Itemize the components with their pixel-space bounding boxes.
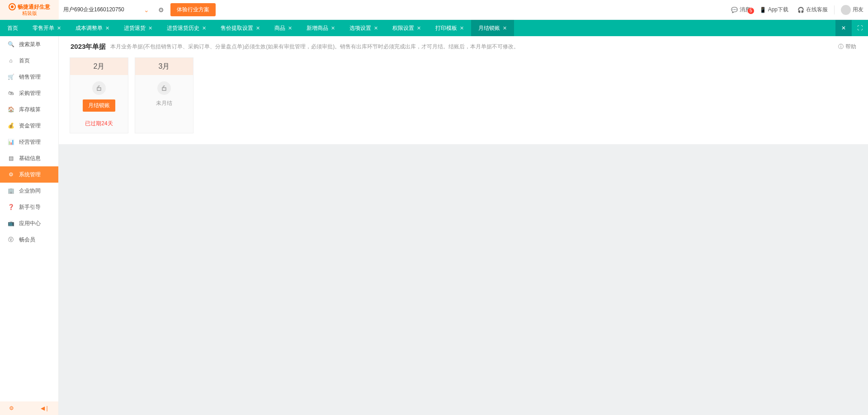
help-link[interactable]: ⓘ 帮助 [838, 43, 856, 51]
sidebar-item-label: 基础信息 [19, 155, 41, 162]
sidebar-item-guide[interactable]: ❓新手引导 [0, 199, 58, 215]
sidebar-item-system[interactable]: ⚙系统管理 [0, 166, 58, 183]
page-description: 本月业务单据(不包括销售订单、采购订单、分量盘点单)必须生效(如果有审批管理，必… [110, 43, 519, 51]
brand-logo: 畅捷通好生意 精裝版 [0, 0, 59, 20]
tab-11[interactable]: 月结锁账✕ [471, 20, 514, 36]
brand-icon [9, 3, 16, 10]
tab-label: 售价提取设置 [221, 24, 253, 32]
sidebar-item-money[interactable]: 💰资金管理 [0, 118, 58, 134]
brand-edition: 精裝版 [22, 10, 37, 17]
app-download-label: App下载 [768, 6, 788, 14]
tab-9[interactable]: 权限设置✕ [385, 20, 428, 36]
tabs-close-all-button[interactable]: ✕ [835, 20, 852, 36]
sidebar-item-label: 系统管理 [19, 171, 41, 179]
tab-6[interactable]: 商品✕ [267, 20, 299, 36]
sidebar-item-label: 新手引导 [19, 203, 41, 211]
tab-8[interactable]: 选项设置✕ [342, 20, 385, 36]
month-overdue-text: 已过期24天 [70, 116, 128, 133]
close-icon[interactable]: ✕ [148, 25, 152, 31]
tab-label: 进货退货 [124, 24, 146, 32]
sidebar-item-home[interactable]: ⌂首页 [0, 52, 58, 69]
cart-icon: 🛒 [7, 74, 14, 80]
sidebar-item-data[interactable]: ▤基础信息 [0, 150, 58, 166]
tab-4[interactable]: 进货退货历史✕ [160, 20, 213, 36]
sidebar-item-label: 搜索菜单 [19, 41, 41, 48]
sidebar-item-bag[interactable]: 🛍采购管理 [0, 85, 58, 101]
expand-icon: ⛶ [857, 25, 863, 31]
sidebar-item-report[interactable]: 📊经营管理 [0, 134, 58, 150]
data-icon: ▤ [7, 155, 14, 161]
sidebar-item-company[interactable]: 🏢企业协同 [0, 183, 58, 199]
close-icon[interactable]: ✕ [331, 25, 335, 31]
collapse-icon: ◀❘ [41, 405, 49, 411]
close-icon[interactable]: ✕ [288, 25, 292, 31]
sidebar-item-apps[interactable]: 📺应用中心 [0, 215, 58, 231]
month-card-1: 3月未月结 [135, 57, 193, 133]
month-card-body: 未月结 [135, 75, 193, 112]
sidebar-item-search[interactable]: 🔍搜索菜单 [0, 36, 58, 52]
fullscreen-button[interactable]: ⛶ [852, 20, 868, 36]
avatar-icon [841, 5, 851, 15]
sidebar: 🔍搜索菜单⌂首页🛒销售管理🛍采购管理🏠库存核算💰资金管理📊经营管理▤基础信息⚙系… [0, 36, 59, 415]
close-icon[interactable]: ✕ [460, 25, 464, 31]
close-icon[interactable]: ✕ [374, 25, 378, 31]
tab-label: 选项设置 [349, 24, 371, 32]
tab-5[interactable]: 售价提取设置✕ [213, 20, 267, 36]
close-icon[interactable]: ✕ [57, 25, 61, 31]
org-settings-button[interactable]: ⚙ [154, 6, 169, 14]
tab-3[interactable]: 进货退货✕ [117, 20, 160, 36]
app-header: 畅捷通好生意 精裝版 用户690企业1660120750 ⌄ ⚙ 体验行业方案 … [0, 0, 868, 20]
home-icon: ⌂ [7, 57, 14, 64]
sidebar-item-cart[interactable]: 🛒销售管理 [0, 69, 58, 85]
month-card-0: 2月月结锁账已过期24天 [70, 57, 128, 133]
close-icon[interactable]: ✕ [202, 25, 206, 31]
industry-plan-button[interactable]: 体验行业方案 [170, 3, 216, 16]
sidebar-item-label: 经营管理 [19, 138, 41, 146]
page-title: 2023年单据 [71, 42, 106, 51]
month-card-title: 3月 [135, 58, 193, 75]
sidebar-collapse-button[interactable]: ◀❘ [41, 405, 49, 411]
month-card-title: 2月 [70, 58, 128, 75]
tab-2[interactable]: 成本调整单✕ [68, 20, 117, 36]
sidebar-item-label: 资金管理 [19, 122, 41, 130]
sidebar-item-label: 应用中心 [19, 220, 41, 227]
help-label: 帮助 [845, 43, 856, 51]
close-icon[interactable]: ✕ [503, 25, 507, 31]
messages-badge: 5 [748, 8, 754, 14]
tab-10[interactable]: 打印模板✕ [428, 20, 471, 36]
tab-0[interactable]: 首页 [0, 20, 25, 36]
online-service-button[interactable]: 🎧 在线客服 [793, 6, 832, 14]
close-icon[interactable]: ✕ [256, 25, 260, 31]
chat-icon: 💬 [731, 7, 738, 13]
tab-1[interactable]: 零售开单✕ [25, 20, 68, 36]
tab-7[interactable]: 新增商品✕ [299, 20, 342, 36]
month-close-panel: 2023年单据 本月业务单据(不包括销售订单、采购订单、分量盘点单)必须生效(如… [59, 36, 868, 144]
app-download-button[interactable]: 📱 App下载 [755, 6, 793, 14]
month-close-button[interactable]: 月结锁账 [83, 99, 115, 112]
sidebar-item-label: 畅会员 [19, 236, 35, 244]
tabs-bar: 首页零售开单✕成本调整单✕进货退货✕进货退货历史✕售价提取设置✕商品✕新增商品✕… [0, 20, 868, 36]
company-icon: 🏢 [7, 188, 14, 194]
user-menu[interactable]: 用友 [836, 5, 868, 15]
org-selector[interactable]: 用户690企业1660120750 ⌄ [59, 6, 154, 14]
sidebar-item-vip[interactable]: Ⓥ畅会员 [0, 231, 58, 248]
content-area: 2023年单据 本月业务单据(不包括销售订单、采购订单、分量盘点单)必须生效(如… [59, 36, 868, 415]
close-icon[interactable]: ✕ [105, 25, 109, 31]
header-separator [834, 5, 835, 14]
headset-icon: 🎧 [797, 7, 804, 13]
sidebar-item-label: 采购管理 [19, 90, 41, 97]
month-card-body: 月结锁账 [70, 75, 128, 116]
sidebar-item-warehouse[interactable]: 🏠库存核算 [0, 101, 58, 118]
tab-label: 进货退货历史 [167, 24, 199, 32]
sidebar-item-label: 首页 [19, 57, 30, 65]
tab-label: 商品 [274, 24, 285, 32]
close-icon[interactable]: ✕ [417, 25, 421, 31]
messages-button[interactable]: 💬 消息 5 [726, 6, 755, 14]
month-status: 未月结 [156, 99, 172, 107]
sidebar-item-label: 销售管理 [19, 73, 41, 81]
sidebar-item-label: 库存核算 [19, 106, 41, 113]
sidebar-settings-button[interactable]: ⚙ [9, 405, 14, 411]
bag-icon: 🛍 [7, 90, 14, 96]
tab-label: 新增商品 [307, 24, 328, 32]
vip-icon: Ⓥ [7, 236, 14, 244]
